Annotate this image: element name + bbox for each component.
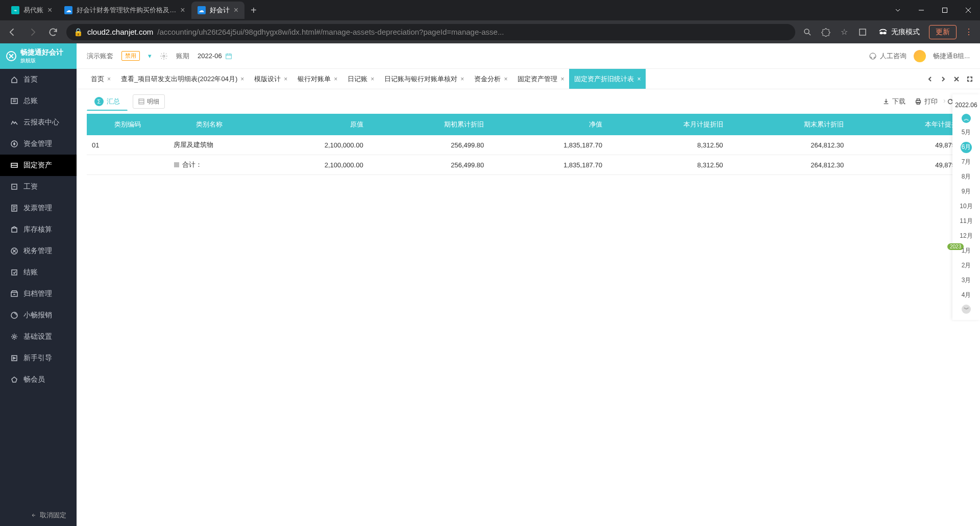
download-button[interactable]: 下载 [883,97,905,106]
view-detail-tab[interactable]: 明细 [133,94,165,109]
browser-tab-2[interactable]: ☁ 好会计 × [191,2,244,19]
sidebar-item-marketing[interactable]: 小畅报销 [0,305,77,326]
bookmark-icon[interactable]: ☆ [838,26,850,38]
browser-tab-1[interactable]: ☁ 好会计财务管理软件购买价格及… × [58,2,191,19]
page-tab-3[interactable]: 银行对账单× [292,69,342,89]
total-label-cell: 合计： [168,155,250,175]
sidebar-item-settings[interactable]: 基础设置 [0,326,77,347]
sidebar-item-vip[interactable]: 畅会员 [0,369,77,390]
depreciation-table: 类别编码 类别名称 原值 期初累计折旧 净值 本月计提折旧 期末累计折旧 本年计… [87,114,970,175]
account-settings-icon[interactable] [160,52,168,60]
nav-forward-button[interactable] [26,25,40,39]
search-icon[interactable] [801,26,814,38]
window-maximize-icon[interactable] [933,0,957,20]
page-tab-close-icon[interactable]: × [371,76,374,83]
sidebar-item-label: 首页 [23,75,38,84]
sidebar-item-salary[interactable]: 工资 [0,176,77,197]
page-tab-0[interactable]: 首页× [86,69,116,89]
new-tab-button[interactable]: + [244,5,263,16]
page-tab-1[interactable]: 查看_项目研发支出明细表(2022年04月)× [116,69,249,89]
account-selector[interactable]: 演示账套 [87,52,113,61]
page-tab-close-icon[interactable]: × [460,76,464,83]
page-tab-2[interactable]: 模版设计× [249,69,292,89]
month-option[interactable]: 8月 [960,169,972,184]
url-domain: cloud2.chanjet.com [87,28,153,36]
page-tab-close-icon[interactable]: × [637,76,641,83]
table-container[interactable]: 类别编码 类别名称 原值 期初累计折旧 净值 本月计提折旧 期末累计折旧 本年计… [87,114,970,526]
month-option[interactable]: 1月 [952,243,980,258]
browser-tab-0[interactable]: ⌁ 易代账 × [5,2,58,19]
sidebar-item-close-book[interactable]: 结账 [0,262,77,283]
month-option[interactable]: 12月 [960,229,972,243]
browser-update-button[interactable]: 更新 [929,25,957,39]
period-picker[interactable]: 2022-06 [198,52,232,60]
sidebar-item-ledger[interactable]: 总账 [0,90,77,112]
table-row[interactable]: 01 房屋及建筑物 2,100,000.00 256,499.80 1,835,… [87,135,970,155]
page-tab-close-icon[interactable]: × [504,76,507,83]
page-tab-4[interactable]: 日记账× [342,69,379,89]
nav-back-button[interactable] [5,25,19,39]
nav-reload-button[interactable] [46,25,60,39]
month-option[interactable]: 11月 [960,214,972,229]
window-dropdown-icon[interactable] [886,0,910,20]
window-minimize-icon[interactable] [910,0,933,20]
tabs-next-icon[interactable] [937,73,949,85]
print-button[interactable]: 打印 [915,97,938,106]
window-close-icon[interactable] [957,0,980,20]
sidebar-unpin-button[interactable]: 取消固定 [0,505,77,526]
month-option[interactable]: 10月 [960,199,972,214]
tab-close-icon[interactable]: × [47,6,52,15]
tab-close-icon[interactable]: × [180,6,185,15]
marketing-icon [10,311,18,319]
account-dropdown-icon[interactable]: ▾ [148,52,152,60]
reader-icon[interactable] [856,26,869,38]
view-summary-tab[interactable]: Σ 汇总 [87,92,128,111]
page-tab-6[interactable]: 资金分析× [469,69,512,89]
tabs-close-all-icon[interactable] [950,73,963,85]
page-tab-close-icon[interactable]: × [334,76,337,83]
user-name[interactable]: 畅捷通B组... [933,52,970,61]
tab-close-icon[interactable]: × [234,6,238,15]
month-option[interactable]: 4月 [952,288,980,303]
total-orig: 2,100,000.00 [250,155,369,175]
sidebar-item-home[interactable]: 首页 [0,69,77,90]
sidebar-item-guide[interactable]: 新手引导 [0,347,77,369]
tabs-fullscreen-icon[interactable] [964,73,976,85]
app-logo[interactable]: 畅捷通好会计 旗舰版 [0,43,77,69]
sidebar-item-money[interactable]: 资金管理 [0,133,77,155]
scroll-up-button[interactable]: ︽ [962,114,971,123]
month-option[interactable]: 9月 [960,184,972,199]
svg-rect-23 [917,103,919,105]
page-tab-close-icon[interactable]: × [107,76,111,83]
page-tab-label: 银行对账单 [298,74,331,84]
cell-month-dep: 8,312.50 [607,135,728,155]
sidebar-item-stock[interactable]: 库存核算 [0,219,77,240]
browser-menu-icon[interactable]: ⋮ [963,26,975,38]
page-tab-close-icon[interactable]: × [240,76,244,83]
sidebar-item-asset[interactable]: 固定资产 [0,155,77,176]
sidebar-item-cloud-report[interactable]: 云报表中心 [0,112,77,133]
url-bar[interactable]: 🔒 cloud2.chanjet.com/accounting/uh26t264… [66,24,795,40]
sidebar-item-archive[interactable]: 归档管理 [0,283,77,305]
month-option[interactable]: 5月 [960,125,972,140]
page-tabs-scroll[interactable]: 首页×查看_项目研发支出明细表(2022年04月)×模版设计×银行对账单×日记账… [77,69,920,89]
user-avatar[interactable] [914,50,926,62]
support-button[interactable]: 人工咨询 [869,52,906,61]
sidebar-item-tax[interactable]: 税务管理 [0,240,77,262]
page-tab-8[interactable]: 固定资产折旧统计表× [569,69,646,89]
period-label: 账期 [176,52,189,61]
tabs-prev-icon[interactable] [924,73,936,85]
page-tab-close-icon[interactable]: × [284,76,287,83]
page-tab-close-icon[interactable]: × [560,76,564,83]
sidebar-item-label: 基础设置 [23,332,52,341]
extensions-icon[interactable] [820,26,832,38]
sidebar-item-invoice[interactable]: 发票管理 [0,197,77,219]
month-option[interactable]: 3月 [952,273,980,288]
scroll-down-button[interactable]: ︾ [962,305,971,314]
scroll-hint-icon[interactable]: › [943,96,946,105]
month-option[interactable]: 7月 [960,155,972,169]
page-tab-5[interactable]: 日记账与银行对账单核对× [379,69,469,89]
page-tab-7[interactable]: 固定资产管理× [512,69,569,89]
month-option[interactable]: 2月 [952,258,980,273]
month-option[interactable]: 6月 [960,140,972,155]
